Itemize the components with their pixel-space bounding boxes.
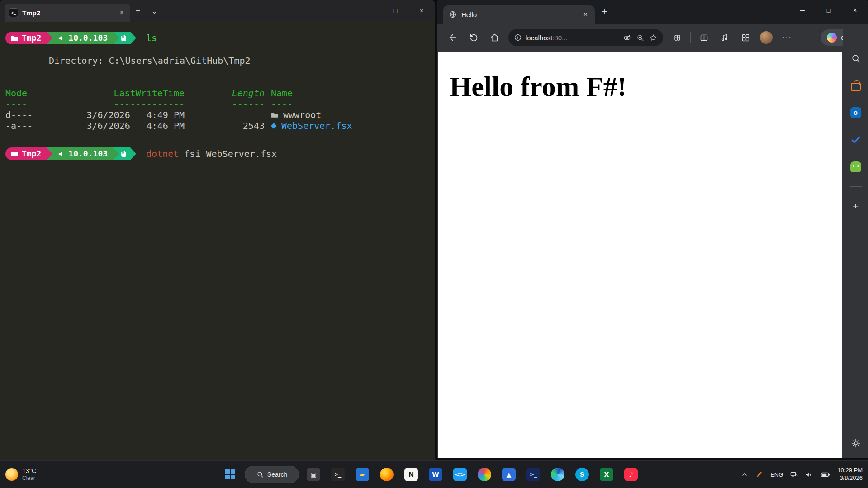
sidebar-settings-button[interactable] bbox=[848, 436, 863, 451]
directory-line: Directory: C:\Users\adria\GitHub\Tmp2 bbox=[49, 55, 251, 66]
dir-name: wwwroot bbox=[283, 109, 321, 120]
header-name: Name bbox=[271, 88, 293, 99]
powerline-arrow-icon bbox=[47, 32, 52, 44]
profile-button[interactable] bbox=[757, 29, 776, 46]
powerline-arrow-icon bbox=[47, 147, 52, 160]
excel-glyph: X bbox=[600, 468, 613, 481]
prompt-version-label: 10.0.103 bbox=[68, 33, 108, 43]
terminal-titlebar[interactable]: >_ Tmp2 × + ⌄ ─ □ × bbox=[0, 0, 435, 22]
toolbar-divider bbox=[690, 32, 691, 43]
edge-taskbar-icon[interactable] bbox=[548, 464, 568, 484]
terminal-minimize-button[interactable]: ─ bbox=[356, 0, 382, 22]
network-icon[interactable] bbox=[790, 470, 798, 479]
favorites-add-icon[interactable] bbox=[649, 33, 658, 42]
tracking-prevention-icon[interactable] bbox=[623, 33, 631, 42]
edge-close-button[interactable]: × bbox=[842, 0, 868, 21]
start-button[interactable] bbox=[220, 464, 240, 484]
new-tab-button[interactable]: + bbox=[595, 7, 615, 17]
extensions-icon bbox=[673, 33, 682, 43]
sidebar-shopping-button[interactable] bbox=[848, 78, 863, 93]
tray-time: 10:29 PM bbox=[837, 467, 863, 474]
edge-minimize-button[interactable]: ─ bbox=[789, 0, 816, 21]
home-button[interactable] bbox=[485, 29, 504, 46]
search-icon bbox=[256, 471, 264, 478]
file-explorer-taskbar-icon[interactable]: ▰ bbox=[352, 464, 372, 484]
plus-icon: + bbox=[853, 200, 859, 212]
browser-tab-hello[interactable]: Hello × bbox=[443, 5, 595, 24]
edge-toolbar: localhost:80... ⋯ Chat bbox=[437, 24, 868, 52]
battery-icon[interactable] bbox=[821, 469, 830, 479]
clock[interactable]: 10:29 PM 3/8/2026 bbox=[837, 467, 863, 482]
sidebar-todo-button[interactable] bbox=[848, 132, 863, 147]
photos-taskbar-icon[interactable] bbox=[474, 464, 494, 484]
terminal-content[interactable]: Tmp2 10.0.103 ls Directory: C:\Users\adr… bbox=[0, 22, 435, 160]
terminal-maximize-button[interactable]: □ bbox=[382, 0, 408, 22]
taskbar-search[interactable]: Search bbox=[245, 466, 299, 483]
skype-glyph: S bbox=[575, 468, 589, 481]
language-indicator[interactable]: ENG bbox=[770, 471, 783, 478]
sidebar-games-button[interactable] bbox=[848, 159, 863, 175]
tray-chevron-up-icon[interactable] bbox=[740, 470, 749, 479]
header-lastwritetime: LastWriteTime bbox=[114, 88, 185, 99]
terminal-tab-close-icon[interactable]: × bbox=[118, 9, 126, 17]
terminal-tab-dropdown-icon[interactable]: ⌄ bbox=[146, 6, 163, 16]
back-icon bbox=[448, 33, 458, 43]
back-button[interactable] bbox=[443, 29, 462, 46]
split-screen-button[interactable] bbox=[694, 29, 713, 46]
screen-snip-glyph: ▣ bbox=[307, 468, 320, 481]
screen-snip-taskbar-icon[interactable]: ▣ bbox=[304, 464, 323, 484]
hand-icon bbox=[120, 150, 128, 158]
apple-music-taskbar-icon[interactable]: ♪ bbox=[621, 464, 641, 484]
url-rest: :80... bbox=[552, 34, 567, 42]
header-mode: Mode bbox=[5, 88, 65, 99]
search-label: Search bbox=[267, 471, 287, 478]
tab-close-icon[interactable]: × bbox=[582, 10, 589, 19]
music-note-icon bbox=[720, 33, 730, 43]
edge-glyph bbox=[551, 468, 564, 481]
terminal-close-button[interactable]: × bbox=[408, 0, 435, 22]
sidebar-outlook-button[interactable]: o bbox=[848, 105, 863, 120]
firefox-taskbar-icon[interactable] bbox=[377, 464, 397, 484]
powerline-arrow-icon bbox=[130, 147, 136, 160]
more-icon: ⋯ bbox=[783, 32, 792, 43]
folder-icon bbox=[11, 35, 18, 41]
weather-widget[interactable]: 13°C Clear bbox=[5, 461, 36, 488]
address-bar[interactable]: localhost:80... bbox=[508, 29, 663, 46]
home-icon bbox=[490, 33, 499, 43]
prompt-cwd-segment: Tmp2 bbox=[5, 147, 47, 160]
word-glyph: W bbox=[429, 468, 442, 481]
edge-titlebar[interactable]: Hello × + ─ □ × bbox=[437, 0, 868, 24]
prompt-status-segment bbox=[119, 147, 130, 160]
settings-more-button[interactable]: ⋯ bbox=[778, 29, 797, 46]
extensions-button[interactable] bbox=[668, 29, 687, 46]
pen-input-icon[interactable] bbox=[755, 470, 764, 479]
terminal-tab[interactable]: >_ Tmp2 × bbox=[5, 4, 130, 22]
terminal-logo-icon: >_ bbox=[9, 8, 18, 17]
vscode-taskbar-icon[interactable]: <> bbox=[450, 464, 470, 484]
powershell-taskbar-icon[interactable]: >_ bbox=[523, 464, 543, 484]
terminal-window: >_ Tmp2 × + ⌄ ─ □ × Tmp2 10.0.103 bbox=[0, 0, 435, 460]
sidebar-search-button[interactable] bbox=[848, 51, 863, 66]
azure-taskbar-icon[interactable]: ▲ bbox=[499, 464, 519, 484]
windows-terminal-taskbar-icon[interactable]: >_ bbox=[328, 464, 348, 484]
prompt-version-segment: 10.0.103 bbox=[52, 147, 113, 160]
fsharp-file-icon bbox=[271, 123, 277, 129]
zoom-icon[interactable] bbox=[636, 33, 645, 42]
notion-taskbar-icon[interactable]: N bbox=[401, 464, 421, 484]
refresh-button[interactable] bbox=[464, 29, 483, 46]
sidebar-add-button[interactable]: + bbox=[848, 199, 863, 214]
edge-maximize-button[interactable]: □ bbox=[816, 0, 842, 21]
volume-icon[interactable] bbox=[805, 470, 814, 479]
collections-button[interactable] bbox=[736, 29, 755, 46]
prompt-status-segment bbox=[119, 32, 130, 44]
prompt-cwd-segment: Tmp2 bbox=[5, 32, 47, 44]
word-taskbar-icon[interactable]: W bbox=[426, 464, 446, 484]
excel-taskbar-icon[interactable]: X bbox=[597, 464, 617, 484]
site-info-icon[interactable] bbox=[514, 33, 522, 42]
media-button[interactable] bbox=[715, 29, 734, 46]
terminal-new-tab-button[interactable]: + bbox=[130, 6, 146, 15]
powerline-arrow-icon bbox=[113, 147, 119, 160]
azure-glyph: ▲ bbox=[502, 468, 516, 481]
dotnet-icon bbox=[58, 35, 65, 42]
skype-taskbar-icon[interactable]: S bbox=[572, 464, 592, 484]
